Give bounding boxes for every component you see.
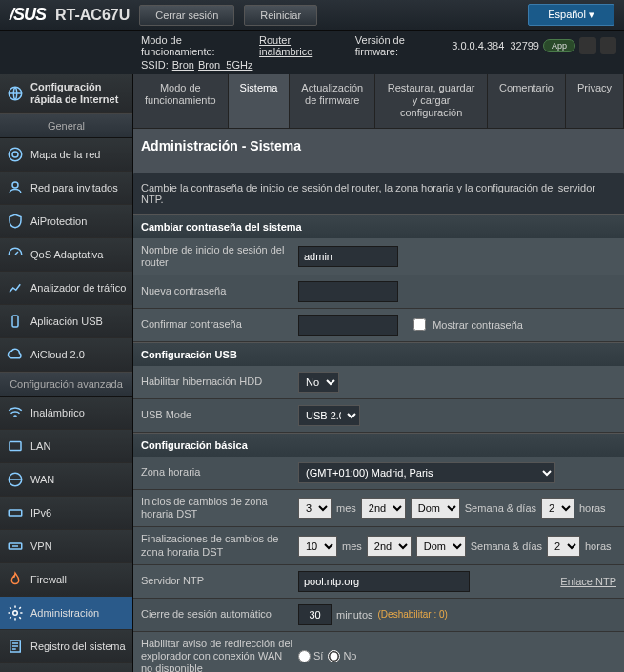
mode-label: Modo de funcionamiento: [141, 34, 255, 57]
sidebar-vpn[interactable]: VPN [0, 530, 132, 563]
auto-logout-input[interactable] [298, 604, 332, 625]
logout-button[interactable]: Cerrar sesión [139, 5, 234, 26]
fw-value[interactable]: 3.0.0.4.384_32799 [452, 40, 539, 51]
wan-redirect-no[interactable] [328, 650, 340, 662]
guest-icon [6, 178, 25, 197]
sidebar-lan[interactable]: LAN [0, 430, 132, 463]
section-usb: Configuración USB [133, 342, 624, 366]
tab-firmware[interactable]: Actualización de firmware [290, 74, 375, 128]
svg-rect-5 [10, 442, 21, 451]
dst-start-day[interactable]: Dom [411, 498, 460, 519]
tab-mode[interactable]: Modo de funcionamiento [133, 74, 229, 128]
dst-start-week[interactable]: 2nd [361, 498, 406, 519]
wifi-icon [6, 403, 25, 422]
tab-system[interactable]: Sistema [229, 74, 291, 128]
gear-icon [6, 603, 25, 622]
chart-icon [6, 278, 25, 297]
vpn-icon [6, 537, 25, 556]
show-pwd-check[interactable] [413, 318, 426, 331]
gauge-icon [6, 245, 25, 264]
app-badge[interactable]: App [543, 39, 575, 52]
sidebar-nettools[interactable]: Herramientas de red [0, 663, 132, 672]
tab-privacy[interactable]: Privacy [566, 74, 624, 128]
svg-point-1 [9, 149, 22, 162]
ntp-link[interactable]: Enlace NTP [560, 576, 616, 587]
ssid-label: SSID: [141, 59, 169, 71]
ntp-label: Servidor NTP [141, 575, 298, 587]
tab-backup[interactable]: Restaurar, guardar y cargar configuració… [375, 74, 488, 128]
language-select[interactable]: Español ▾ [528, 4, 614, 26]
refresh-icon[interactable] [579, 37, 595, 54]
sidebar-admin[interactable]: Administración [0, 597, 132, 630]
dst-start-label: Inicios de cambios de zona horaria DST [141, 496, 298, 520]
sidebar-quick-setup[interactable]: Configuración rápida de Internet [0, 74, 132, 113]
log-icon [6, 637, 25, 656]
fw-label: Versión de firmware: [355, 34, 448, 57]
page-title: Administración - Sistema [141, 138, 616, 153]
section-password: Cambiar contraseña del sistema [133, 214, 624, 238]
ipv6-icon [6, 503, 25, 522]
svg-point-3 [12, 182, 18, 188]
usb-mode-select[interactable]: USB 2.0 [298, 405, 360, 426]
sidebar-qos[interactable]: QoS Adaptativa [0, 238, 132, 272]
wan-redirect-yes[interactable] [298, 650, 311, 662]
wan-redirect-label: Habilitar aviso de redirección del explo… [141, 638, 298, 672]
page-desc: Cambie la contraseña de inicio de sesión… [133, 173, 624, 214]
model-name: RT-AC67U [55, 7, 130, 24]
svg-point-2 [12, 152, 18, 157]
svg-point-9 [13, 611, 18, 616]
dst-end-week[interactable]: 2nd [367, 536, 412, 557]
hdd-hib-select[interactable]: No [298, 372, 339, 393]
confirm-pwd-label: Confirmar contraseña [141, 318, 298, 331]
wan-icon [6, 470, 25, 489]
new-pwd-label: Nueva contraseña [141, 285, 298, 297]
login-name-label: Nombre de inicio de sesión del router [141, 244, 298, 269]
lan-icon [6, 437, 25, 456]
tz-label: Zona horaria [141, 466, 298, 479]
login-name-input[interactable] [298, 246, 398, 267]
dst-end-hour[interactable]: 2 [547, 536, 580, 557]
mode-value[interactable]: Router inalámbrico [259, 34, 345, 57]
globe-icon [6, 84, 25, 103]
sidebar-wan[interactable]: WAN [0, 463, 132, 497]
sidebar-aicloud[interactable]: AiCloud 2.0 [0, 338, 132, 372]
reboot-button[interactable]: Reiniciar [244, 5, 317, 26]
sidebar-wireless[interactable]: Inalámbrico [0, 397, 132, 430]
sidebar-network-map[interactable]: Mapa de la red [0, 138, 132, 172]
map-icon [6, 145, 25, 164]
sidebar-aiprotection[interactable]: AiProtection [0, 205, 132, 238]
advanced-header: Configuración avanzada [0, 372, 132, 397]
tz-select[interactable]: (GMT+01:00) Madrid, Paris [298, 462, 555, 483]
svg-rect-7 [9, 510, 22, 516]
dst-end-mon[interactable]: 10 [298, 536, 337, 557]
hdd-hib-label: Habilitar hibernación HDD [141, 376, 298, 388]
sidebar-log[interactable]: Registro del sistema [0, 630, 132, 663]
sidebar-usb-app[interactable]: Aplicación USB [0, 305, 132, 338]
ssid-1[interactable]: Bron [172, 59, 194, 71]
sidebar-ipv6[interactable]: IPv6 [0, 497, 132, 530]
usb-icon [6, 312, 25, 331]
sidebar-traffic[interactable]: Analizador de tráfico [0, 272, 132, 305]
usb-mode-label: USB Mode [141, 409, 298, 421]
dst-start-hour[interactable]: 2 [541, 498, 574, 519]
brand-logo: /SUS [10, 5, 46, 25]
sidebar-firewall[interactable]: Firewall [0, 563, 132, 597]
cloud-icon [6, 345, 25, 364]
ntp-input[interactable] [298, 571, 470, 592]
general-header: General [0, 113, 132, 138]
ssid-2[interactable]: Bron_5GHz [198, 59, 252, 71]
sidebar-guest-network[interactable]: Red para invitados [0, 172, 132, 205]
tab-feedback[interactable]: Comentario [488, 74, 566, 128]
firewall-icon [6, 570, 25, 589]
dst-end-label: Finalizaciones de cambios de zona horari… [141, 533, 298, 558]
shield-icon [6, 212, 25, 231]
dst-end-day[interactable]: Dom [416, 536, 466, 557]
confirm-pwd-input[interactable] [298, 315, 398, 336]
auto-logout-label: Cierre de sesión automático [141, 608, 298, 621]
signal-icon[interactable] [600, 37, 616, 54]
svg-rect-4 [12, 316, 18, 327]
new-pwd-input[interactable] [298, 281, 398, 302]
dst-start-mon[interactable]: 3 [298, 498, 332, 519]
section-basic: Configuración básica [133, 433, 624, 457]
